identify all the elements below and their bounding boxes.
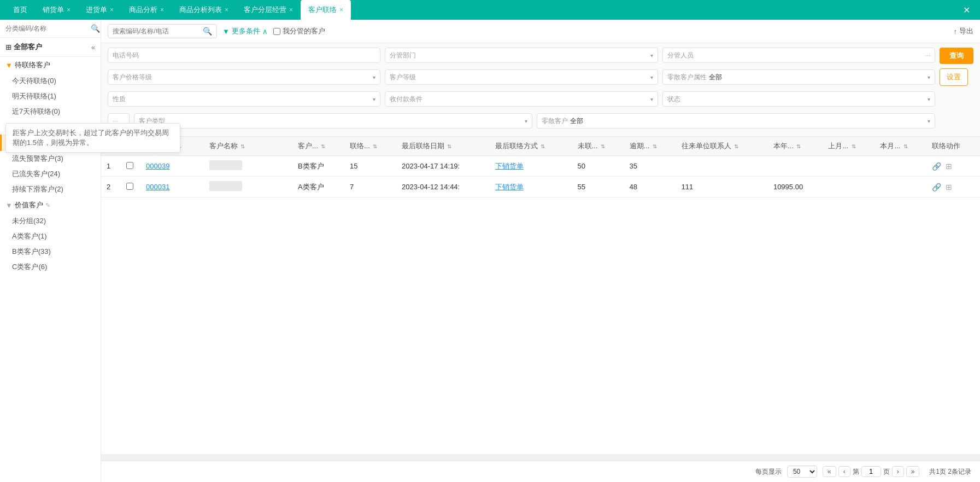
search-input[interactable] [113,27,203,35]
filter-row-3: 性质 ▾ 收付款条件 ▾ [108,91,935,107]
advanced-filter: 电话号码 分管部门 ▾ 分管人员 [101,43,980,137]
sidebar-item-ungrouped[interactable]: 未分组(32) [0,213,101,229]
filter-row-2: 客户价格等级 ▾ 客户等级 ▾ [108,69,935,85]
row1-grid-icon[interactable]: ⊞ [946,162,952,171]
chevron-icon-4: ▾ [928,74,930,80]
nav-home[interactable]: 首页 [5,0,35,20]
filter-bar: 🔍 ▼ 更多条件 ∧ 我分管的客户 ↑ 导出 [101,20,980,43]
sidebar-item-class-b[interactable]: B类客户(33) [0,244,101,259]
filter-phone-input[interactable] [141,51,375,59]
filter-person-input[interactable] [696,51,923,59]
row2-link-icon[interactable]: 🔗 [932,183,941,191]
row2-grid-icon[interactable]: ⊞ [946,183,952,191]
filter-row-1: 电话号码 分管部门 ▾ 分管人员 [108,48,935,63]
row1-this-month [875,156,926,177]
more-persons-icon[interactable]: ··· [925,52,930,59]
per-page-select[interactable]: 50 20 100 [787,466,817,478]
sidebar-item-churned[interactable]: 已流失客户(24) [0,166,101,182]
close-customer-contact-tab[interactable]: × [339,6,343,14]
sidebar-item-churn-warning[interactable]: 流失预警客户(3) [0,151,101,166]
col-overdue: 逾期... ⇅ [624,137,676,156]
sidebar-search-input[interactable] [5,25,87,32]
my-customer-checkbox[interactable] [273,28,280,35]
edit-icon[interactable]: ✎ [45,202,50,209]
row1-link-icon[interactable]: 🔗 [932,162,941,171]
filter-customer-type-select[interactable] [167,117,525,125]
sort-icon-10[interactable]: ⇅ [796,143,801,149]
page-number-input[interactable] [861,466,881,477]
close-product-analysis-tab[interactable]: × [160,6,164,14]
chevron-icon-3: ▾ [650,74,653,80]
sidebar-group-value-customers[interactable]: ▼ 价值客户 ✎ [0,197,101,213]
filter-nature-select[interactable] [128,95,373,103]
sidebar-item-today-pending[interactable]: 今天待联络(0) [0,73,101,89]
filter-price-level-select[interactable] [154,73,373,81]
sort-icon-6[interactable]: ⇅ [541,143,545,149]
close-customer-segmentation-tab[interactable]: × [289,6,293,14]
nav-customer-segmentation[interactable]: 客户分层经营 × [236,0,301,20]
col-this-month: 本月... ⇅ [875,137,926,156]
filter-settings-button[interactable]: 设置 [940,68,968,86]
sort-icon-5[interactable]: ⇅ [447,143,451,149]
sort-icon-4[interactable]: ⇅ [373,143,377,149]
row2-code[interactable]: 000031 [140,177,204,198]
sidebar-item-tomorrow-pending[interactable]: 明天待联络(1) [0,89,101,104]
filter-row-4: ··· 客户类型 ▾ 零散客户 全部 [108,113,935,129]
close-sales-order-tab[interactable]: × [67,6,71,14]
export-button[interactable]: ↑ 导出 [954,26,974,36]
sort-icon-9[interactable]: ⇅ [734,143,738,149]
row1-select-checkbox[interactable] [126,162,133,169]
filter-status-select[interactable] [683,95,928,103]
sidebar-item-7days-pending[interactable]: 近7天待联络(0) [0,104,101,119]
next-page-button[interactable]: › [892,466,904,477]
filter-customer-level-select[interactable] [418,73,650,81]
nav-sales-order[interactable]: 销货单 × [35,0,78,20]
sidebar-item-class-c[interactable]: C类客户(6) [0,259,101,275]
row1-code[interactable]: 000039 [140,156,204,177]
filter-payment-select[interactable] [425,95,650,103]
more-filter-button[interactable]: ▼ 更多条件 ∧ [222,26,268,36]
sort-icon-2[interactable]: ⇅ [240,143,245,149]
sidebar-group-pending-contact[interactable]: ▼ 待联络客户 [0,57,101,73]
filter-scattered-customer-select[interactable]: 全部 [570,117,928,125]
nav-customer-contact[interactable]: 客户联络 × [301,0,351,20]
total-records-label: 共1页 2条记录 [929,467,971,477]
row2-select-checkbox[interactable] [126,183,133,190]
last-page-button[interactable]: » [906,466,920,477]
query-button[interactable]: 查询 [940,48,973,64]
col-this-year: 本年... ⇅ [768,137,823,156]
nav-product-analysis[interactable]: 商品分析 × [121,0,172,20]
first-page-button[interactable]: « [823,466,836,477]
filter-price-level: 客户价格等级 ▾ [108,69,380,85]
filter-scattered-property-select[interactable]: 全部 [709,73,928,81]
chevron-icon-5: ▾ [373,96,375,102]
nav-purchase-order[interactable]: 进货单 × [78,0,121,20]
close-window-button[interactable]: ✕ [959,5,975,15]
sidebar-item-class-a[interactable]: A类客户(1) [0,229,101,244]
sort-icon-8[interactable]: ⇅ [653,143,657,149]
sidebar-search-icon[interactable]: 🔍 [91,24,100,33]
sidebar-item-declining[interactable]: 持续下滑客户(2) [0,182,101,197]
row1-last-month [823,156,875,177]
sort-icon-11[interactable]: ⇅ [852,143,856,149]
row2-name [204,177,292,198]
sidebar-all-customers[interactable]: ⊞ 全部客户 « [0,38,101,57]
row1-name-placeholder [209,160,242,170]
search-icon[interactable]: 🔍 [203,27,212,36]
nav-product-analysis-list[interactable]: 商品分析列表 × [172,0,236,20]
col-contact-count: 联络... ⇅ [344,137,396,156]
table-area: ⚙ 客户编码 ⇅ 客户名称 ⇅ [101,137,980,454]
close-product-analysis-list-tab[interactable]: × [225,6,228,14]
filter-status: 状态 ▾ [662,91,935,107]
horizontal-scrollbar[interactable] [101,454,980,461]
filter-department-select[interactable] [418,51,650,59]
sidebar-collapse-btn[interactable]: « [91,43,95,51]
row2-this-month [875,177,926,198]
sort-icon-3[interactable]: ⇅ [321,143,325,149]
sort-icon-12[interactable]: ⇅ [903,143,908,149]
col-last-contact-date: 最后联络日期 ⇅ [396,137,490,156]
sort-icon-7[interactable]: ⇅ [601,143,605,149]
customers-table: ⚙ 客户编码 ⇅ 客户名称 ⇅ [101,137,980,198]
close-purchase-order-tab[interactable]: × [110,6,114,14]
prev-page-button[interactable]: ‹ [838,466,850,477]
